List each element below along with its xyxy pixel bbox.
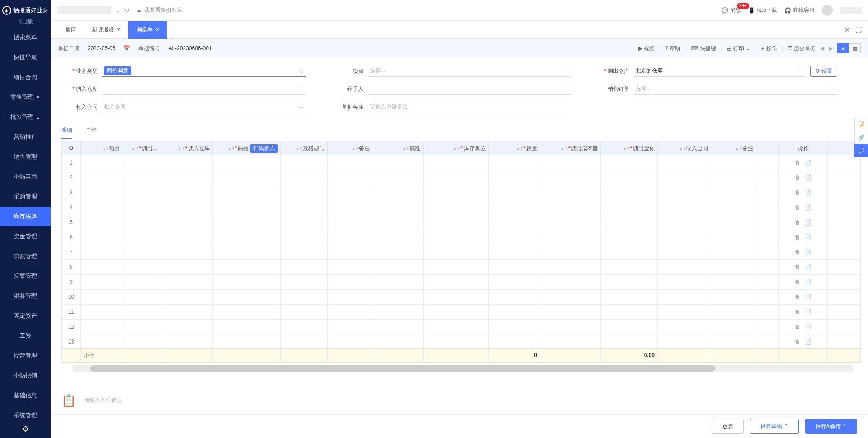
col-cost[interactable]: ▲▼*调出成本▥ <box>540 141 601 155</box>
settings-gear[interactable]: ⚙ <box>0 420 51 438</box>
copy-icon[interactable]: 📄 <box>805 309 811 315</box>
copy-icon[interactable]: 📄 <box>805 249 811 255</box>
tab-expand-icon[interactable]: ⛶ <box>855 26 862 33</box>
remark-input[interactable]: 请输入备注信息 <box>84 394 857 404</box>
nav-总账管理[interactable]: 总账管理 <box>0 246 51 266</box>
date-value[interactable]: 2023-06-06 <box>88 45 115 52</box>
prev-arrow[interactable]: ◀ <box>820 45 824 52</box>
so-select[interactable]: 选择...⋯ <box>634 83 837 95</box>
table-row[interactable]: 12🗑📄 <box>62 320 860 334</box>
tab-dimension[interactable]: 二维 <box>86 123 97 139</box>
save-button[interactable]: 保存&新增 ⌃ <box>805 419 857 434</box>
h-scrollbar[interactable] <box>72 365 854 372</box>
delete-icon[interactable]: 🗑 <box>795 279 800 285</box>
table-row[interactable]: 7🗑📄 <box>62 245 860 260</box>
tab-close-icon[interactable]: ✕ <box>844 26 850 33</box>
inwh-select[interactable]: ⋯ <box>102 83 306 95</box>
copy-icon[interactable]: 📄 <box>805 160 811 166</box>
copy-icon[interactable]: 📄 <box>805 339 811 345</box>
nav-零售管理[interactable]: 零售管理▼ <box>0 87 51 107</box>
delete-icon[interactable]: 🗑 <box>795 204 800 211</box>
nav-发票管理[interactable]: 发票管理 <box>0 266 51 286</box>
table-row[interactable]: 3🗑📄 <box>62 185 860 200</box>
col-incont[interactable]: ▲▼收入合同 <box>658 141 711 155</box>
app-download[interactable]: 📱App下载 <box>748 6 777 14</box>
col-spec[interactable]: ▲▼规格型号 <box>281 141 328 155</box>
col-product[interactable]: ▲▼*商品扫码录入 <box>213 141 281 155</box>
delete-icon[interactable]: 🗑 <box>795 219 800 226</box>
discard-button[interactable]: 放弃 <box>712 419 744 434</box>
nav-批发管理[interactable]: 批发管理▲ <box>0 107 51 127</box>
nav-工资[interactable]: 工资 <box>0 326 51 346</box>
next-arrow[interactable]: ▶ <box>829 45 833 52</box>
col-remark[interactable]: ▲▼备注 <box>328 141 373 155</box>
delete-icon[interactable]: 🗑 <box>795 309 800 315</box>
col-remark2[interactable]: ▲▼备注 <box>711 141 756 155</box>
delete-icon[interactable]: 🗑 <box>795 234 800 240</box>
table-row[interactable]: 5🗑📄 <box>62 215 860 230</box>
nav-基础信息[interactable]: 基础信息 <box>0 386 51 405</box>
copy-icon[interactable]: 📄 <box>805 174 811 181</box>
nav-税务管理[interactable]: 税务管理 <box>0 286 51 306</box>
table-row[interactable]: 13🗑📄 <box>62 334 860 348</box>
messages[interactable]: 💬消息 99+ <box>722 6 741 14</box>
copy-icon[interactable]: 📄 <box>805 219 811 226</box>
copy-icon[interactable]: 📄 <box>805 324 811 330</box>
tab-detail[interactable]: 明细 <box>61 123 72 139</box>
outwh-select[interactable]: 北京的仓库⋯ <box>634 65 805 77</box>
col-project[interactable]: ▲▼项目 <box>81 141 123 155</box>
table-row[interactable]: 8🗑📄 <box>62 260 860 275</box>
table-row[interactable]: 4🗑📄 <box>62 200 860 215</box>
close-icon[interactable]: × <box>117 26 120 33</box>
biztype-select[interactable]: 同价调拨⌄ <box>102 65 306 77</box>
nav-小畅电商[interactable]: 小畅电商 <box>0 167 51 187</box>
col-attr[interactable]: ▲▼属性 <box>373 141 424 155</box>
nav-固定资产[interactable]: 固定资产 <box>0 306 51 326</box>
col-amount[interactable]: ▲▼*调出金额 <box>601 141 658 155</box>
nav-营销推广[interactable]: 营销推广 <box>0 127 51 147</box>
demo-link[interactable]: ☁ 我要看实例演示 <box>136 6 182 14</box>
nav-系统管理[interactable]: 系统管理 <box>0 405 51 420</box>
settings-button[interactable]: ⚙ 设置 <box>810 66 837 77</box>
tab-调拨单[interactable]: 调拨单 × <box>128 21 167 39</box>
nav-采购管理[interactable]: 采购管理 <box>0 187 51 207</box>
draft-button[interactable]: 保存草稿 ⌃ <box>750 419 798 434</box>
delete-icon[interactable]: 🗑 <box>795 160 800 166</box>
copy-icon[interactable]: 📄 <box>805 204 811 211</box>
gadget-link[interactable]: 🔗 <box>854 131 868 144</box>
close-icon[interactable]: × <box>156 26 159 33</box>
delete-icon[interactable]: 🗑 <box>795 324 800 330</box>
username[interactable] <box>840 7 862 14</box>
ops-action[interactable]: ⊞操作 <box>760 45 777 52</box>
nav-快捷导航[interactable]: 快捷导航 <box>0 47 51 67</box>
docrem-input[interactable]: 请输入单据备注 <box>368 101 571 113</box>
delete-icon[interactable]: 🗑 <box>795 339 800 345</box>
delete-icon[interactable]: 🗑 <box>795 294 800 300</box>
col-outwh[interactable]: ▲▼*调出... <box>123 141 160 155</box>
incont-select[interactable]: 收入合同⋯ <box>102 101 306 113</box>
tab-进货退货[interactable]: 进货退货 × <box>84 21 128 39</box>
video-action[interactable]: ▶视频 <box>638 45 655 52</box>
print-action[interactable]: 🖨打印 ⌄ <box>726 45 750 52</box>
nav-库存核算[interactable]: 库存核算 <box>0 207 51 226</box>
col-inwh[interactable]: ▲▼*调入仓库 <box>160 141 213 155</box>
copy-icon[interactable]: 📄 <box>805 264 811 270</box>
project-select[interactable]: 选择...⋯ <box>368 65 571 77</box>
table-row[interactable]: 9🗑📄 <box>62 275 860 290</box>
col-gear[interactable]: ⚙ <box>62 141 81 155</box>
delete-icon[interactable]: 🗑 <box>795 264 800 270</box>
view-list[interactable]: ≡ <box>837 43 849 53</box>
table-row[interactable]: 1🗑📄 <box>62 155 860 170</box>
avatar[interactable] <box>822 5 833 16</box>
gadget-expand[interactable]: ⛶ <box>854 144 868 157</box>
tab-首页[interactable]: 首页 <box>57 21 84 39</box>
customer-service[interactable]: 🎧在线客服 <box>784 6 815 14</box>
scan-button[interactable]: 扫码录入 <box>250 144 278 153</box>
nav-搜索菜单[interactable]: 搜索菜单 <box>0 28 51 47</box>
nav-销售管理[interactable]: 销售管理 <box>0 147 51 167</box>
nav-资金管理[interactable]: 资金管理 <box>0 226 51 246</box>
table-row[interactable]: 10🗑📄 <box>62 290 860 305</box>
view-card[interactable]: ▦ <box>849 43 861 53</box>
delete-icon[interactable]: 🗑 <box>795 174 800 181</box>
delete-icon[interactable]: 🗑 <box>795 189 800 196</box>
